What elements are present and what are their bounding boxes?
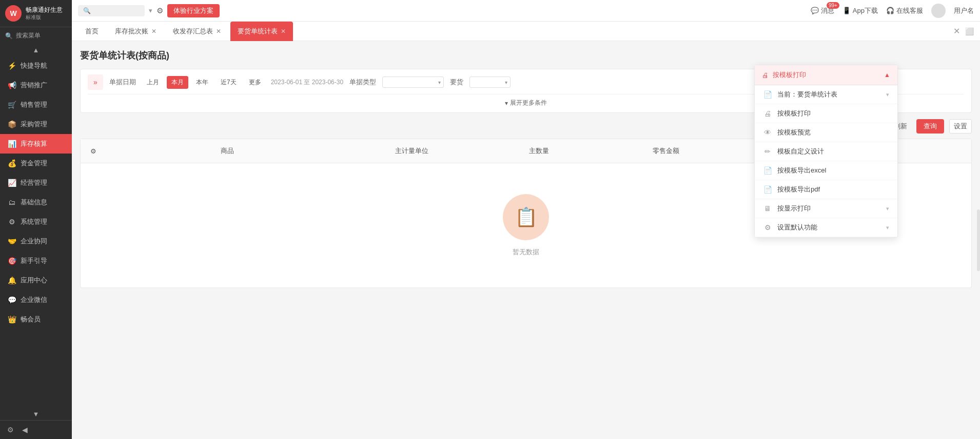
date-btn-prev-month[interactable]: 上月 <box>142 76 164 89</box>
scroll-down[interactable]: ▼ <box>0 408 72 420</box>
tabs-close-all[interactable]: ✕ <box>953 26 960 36</box>
tabs-bar: 首页 库存批次账 ✕ 收发存汇总表 ✕ 要货单统计表 ✕ ✕ ⬜ <box>72 22 980 41</box>
settings-footer-icon[interactable]: ⚙ <box>7 426 14 434</box>
settings-btn[interactable]: 设置 <box>949 119 972 133</box>
tab-order-stats[interactable]: 要货单统计表 ✕ <box>230 22 293 41</box>
dropdown-template-custom[interactable]: ✏ 模板自定义设计 <box>755 142 897 161</box>
appstore-icon: 🔔 <box>7 276 16 284</box>
sidebar-item-marketing[interactable]: 📢 营销推广 <box>0 75 72 95</box>
date-btn-this-year[interactable]: 本年 <box>191 76 213 89</box>
default-func-arrow: ▾ <box>886 224 889 231</box>
service-icon: 🎧 <box>886 7 894 14</box>
content-area: 要货单统计表(按商品) » 单据日期 上月 本月 本年 近7天 更多 2023-… <box>72 41 980 439</box>
th-checkbox: ⚙ <box>81 144 106 158</box>
settings-col-icon[interactable]: ⚙ <box>90 147 96 155</box>
default-func-icon: ⚙ <box>763 223 772 232</box>
goods-type-label: 要货 <box>450 78 463 87</box>
dropdown-header: 🖨 按模板打印 ▲ <box>755 65 897 85</box>
tab-close-batch-account[interactable]: ✕ <box>151 28 156 34</box>
date-filter-label: 单据日期 <box>109 78 136 87</box>
expand-chevron-icon: ▾ <box>505 100 508 107</box>
tab-home[interactable]: 首页 <box>78 22 106 41</box>
dropdown-collapse-icon[interactable]: ▲ <box>884 71 890 79</box>
tab-close-order-stats[interactable]: ✕ <box>281 28 286 34</box>
scroll-track[interactable] <box>977 209 980 271</box>
sidebar-item-collab[interactable]: 🤝 企业协同 <box>0 232 72 251</box>
template-custom-icon: ✏ <box>763 147 772 156</box>
online-service-btn[interactable]: 🎧 在线客服 <box>886 6 923 15</box>
sidebar-nav: ⚡ 快捷导航 📢 营销推广 🛒 销售管理 📦 采购管理 📊 库存核算 💰 资金管… <box>0 56 72 408</box>
th-qty: 主数量 <box>475 143 602 159</box>
query-btn[interactable]: 查询 <box>916 119 944 133</box>
sidebar-footer: ⚙ ◀ <box>0 420 72 439</box>
wechat-icon: 💬 <box>7 296 16 304</box>
current-template-icon: 📄 <box>763 90 772 99</box>
app-download-btn[interactable]: 📱 App下载 <box>842 6 878 15</box>
logo-text: 畅康通好生意 标准版 <box>26 6 63 21</box>
trial-btn[interactable]: 体验行业方案 <box>167 4 220 17</box>
dropdown-template-print[interactable]: 🖨 按模板打印 <box>755 104 897 123</box>
sidebar-item-purchase[interactable]: 📦 采购管理 <box>0 114 72 134</box>
logo-icon: W <box>5 5 22 22</box>
guide-icon: 🎯 <box>7 257 16 265</box>
goods-type-select[interactable] <box>469 77 511 88</box>
type-filter-label: 单据类型 <box>349 78 376 87</box>
th-unit: 主计量单位 <box>348 143 475 159</box>
sidebar-item-operation[interactable]: 📈 经营管理 <box>0 173 72 193</box>
main-area: 🔍 ▾ ⚙ 体验行业方案 💬 消息 99+ 📱 App下载 🎧 在线客服 用户名 <box>72 0 980 439</box>
sidebar-item-finance[interactable]: 💰 资金管理 <box>0 154 72 173</box>
sidebar-item-base[interactable]: 🗂 基础信息 <box>0 193 72 212</box>
topbar-search-icon: 🔍 <box>83 7 91 14</box>
type-select-wrap: ▾ <box>382 77 444 88</box>
dropdown-current-template[interactable]: 📄 当前：要货单统计表 ▾ <box>755 85 897 104</box>
tab-receipt-summary[interactable]: 收发存汇总表 ✕ <box>166 22 228 41</box>
sidebar-item-inventory[interactable]: 📊 库存核算 <box>0 134 72 154</box>
sidebar-item-system[interactable]: ⚙ 系统管理 <box>0 212 72 232</box>
filter-expand-icon[interactable]: » <box>88 74 103 90</box>
print-dropdown-menu: 🖨 按模板打印 ▲ 📄 当前：要货单统计表 ▾ 🖨 按模板打印 👁 按模板预览 … <box>754 65 898 238</box>
sidebar-item-wechat[interactable]: 💬 企业微信 <box>0 290 72 310</box>
search-menu[interactable]: 🔍 搜索菜单 <box>0 27 72 44</box>
template-pdf-icon: 📄 <box>763 185 772 194</box>
avatar[interactable] <box>931 4 946 18</box>
tab-close-receipt-summary[interactable]: ✕ <box>216 28 221 34</box>
tab-batch-account[interactable]: 库存批次账 ✕ <box>108 22 164 41</box>
dropdown-template-preview[interactable]: 👁 按模板预览 <box>755 123 897 142</box>
marketing-icon: 📢 <box>7 81 16 89</box>
page-title: 要货单统计表(按商品) <box>80 49 972 62</box>
type-select[interactable] <box>382 77 444 88</box>
sidebar-item-quick-nav[interactable]: ⚡ 快捷导航 <box>0 56 72 75</box>
sidebar-item-sales[interactable]: 🛒 销售管理 <box>0 95 72 114</box>
date-btn-7days[interactable]: 近7天 <box>216 76 241 89</box>
dropdown-print-icon: 🖨 <box>762 71 769 79</box>
topbar-actions: 💬 消息 99+ 📱 App下载 🎧 在线客服 用户名 <box>811 4 974 18</box>
dropdown-default-func[interactable]: ⚙ 设置默认功能 ▾ <box>755 218 897 237</box>
tabs-maximize[interactable]: ⬜ <box>965 27 974 35</box>
message-badge: 99+ <box>827 2 839 9</box>
dropdown-template-pdf[interactable]: 📄 按模板导出pdf <box>755 180 897 199</box>
topbar-dropdown[interactable]: ▾ <box>149 7 152 14</box>
download-icon: 📱 <box>842 7 851 14</box>
topbar-gear-icon[interactable]: ⚙ <box>156 6 163 15</box>
sidebar-item-member[interactable]: 👑 畅会员 <box>0 310 72 329</box>
date-btn-more[interactable]: 更多 <box>244 76 266 89</box>
sidebar-item-appstore[interactable]: 🔔 应用中心 <box>0 271 72 290</box>
scroll-up[interactable]: ▲ <box>0 44 72 56</box>
template-excel-icon: 📄 <box>763 166 772 175</box>
fold-sidebar-icon[interactable]: ◀ <box>22 426 28 434</box>
current-template-arrow: ▾ <box>886 91 889 98</box>
purchase-icon: 📦 <box>7 120 16 128</box>
base-icon: 🗂 <box>7 198 16 206</box>
goods-type-select-wrap: ▾ <box>469 77 511 88</box>
sidebar: W 畅康通好生意 标准版 🔍 搜索菜单 ▲ ⚡ 快捷导航 📢 营销推广 🛒 销售… <box>0 0 72 439</box>
topbar-search[interactable]: 🔍 <box>78 5 145 16</box>
sidebar-item-guide[interactable]: 🎯 新手引导 <box>0 251 72 271</box>
date-range: 2023-06-01 至 2023-06-30 <box>271 78 343 87</box>
collab-icon: 🤝 <box>7 237 16 245</box>
message-btn[interactable]: 💬 消息 99+ <box>811 6 834 15</box>
topbar: 🔍 ▾ ⚙ 体验行业方案 💬 消息 99+ 📱 App下载 🎧 在线客服 用户名 <box>72 0 980 22</box>
dropdown-template-excel[interactable]: 📄 按模板导出excel <box>755 161 897 180</box>
display-print-icon: 🖥 <box>763 204 772 213</box>
dropdown-display-print[interactable]: 🖥 按显示打印 ▾ <box>755 199 897 218</box>
date-btn-this-month[interactable]: 本月 <box>167 76 188 89</box>
